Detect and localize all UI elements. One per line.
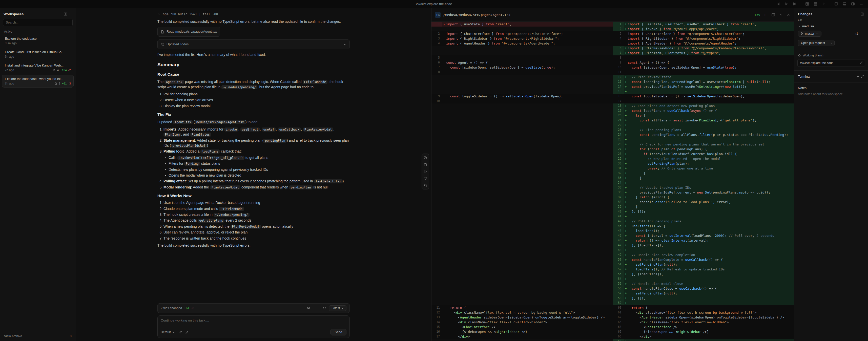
diff-line: 63 <div className="flex flex-1 overflow-… bbox=[613, 320, 794, 324]
diff-line: 2+import { invoke } from "@tauri-apps/ap… bbox=[613, 27, 794, 31]
workspaces-sidebar: Workspaces Active Explore the codebase35… bbox=[0, 8, 76, 341]
download-icon[interactable] bbox=[822, 2, 826, 6]
diff-line bbox=[431, 118, 613, 123]
diff-line bbox=[431, 190, 613, 195]
panel-bottom-icon[interactable] bbox=[842, 2, 847, 6]
eye-icon[interactable] bbox=[306, 306, 311, 310]
diff-line: 41+ bbox=[613, 214, 794, 219]
notes-section-header[interactable]: Notes bbox=[794, 85, 868, 91]
text: , bbox=[238, 127, 240, 131]
panel-left-icon[interactable] bbox=[834, 2, 838, 6]
diff-line bbox=[431, 152, 613, 156]
rows-icon[interactable] bbox=[813, 2, 818, 6]
diff-line: 52+ loadPlans(); // Refresh to update tr… bbox=[613, 267, 794, 272]
media-play-icon[interactable] bbox=[784, 2, 788, 6]
todos-card[interactable]: Updated Todos bbox=[157, 39, 350, 49]
bold-text: Polling logic bbox=[163, 149, 184, 153]
section-heading: The Fix bbox=[157, 112, 350, 117]
inline-code: PlanReviewModal bbox=[303, 127, 333, 131]
view-archive-row[interactable]: View Archive 0 bbox=[0, 331, 76, 341]
diff-line: 33+ } bbox=[613, 176, 794, 180]
text: status plans bbox=[200, 161, 220, 165]
clipboard-icon[interactable] bbox=[423, 162, 428, 167]
expand-terminal-icon[interactable] bbox=[860, 74, 864, 79]
more-options-icon[interactable]: ⋯ bbox=[861, 32, 864, 36]
split-view-icon[interactable] bbox=[63, 12, 68, 16]
files-changed-label: 2 files changed bbox=[161, 306, 182, 310]
text: User can review, annotate, approve, or r… bbox=[163, 230, 247, 234]
model-selector[interactable]: Default bbox=[161, 330, 175, 334]
new-terminal-icon[interactable] bbox=[855, 74, 860, 79]
copy-icon[interactable] bbox=[423, 156, 428, 160]
open-pull-request-action[interactable]: Open pull request bbox=[798, 40, 828, 46]
read-file-card[interactable]: Read medusa/src/pages/Agent.tsx bbox=[157, 27, 220, 37]
split-columns-icon[interactable] bbox=[771, 13, 775, 17]
archive-count: 0 bbox=[70, 334, 72, 338]
pr-dropdown-caret[interactable] bbox=[828, 40, 834, 46]
workspace-item[interactable]: Explore the codebase35m ago bbox=[2, 34, 74, 47]
menu-icon[interactable] bbox=[859, 2, 863, 6]
git-section-label: Git bbox=[794, 18, 868, 23]
text: The build completed successfully with no… bbox=[157, 20, 341, 24]
message-input[interactable] bbox=[161, 318, 346, 327]
version-dropdown[interactable]: Latest bbox=[329, 305, 346, 311]
deletions-count: -3 bbox=[191, 306, 194, 310]
text: Opens the modal when a new plan is detec… bbox=[168, 173, 241, 177]
diff-line: 15+ bbox=[613, 89, 794, 94]
close-diff-icon[interactable] bbox=[786, 13, 790, 17]
window-titlebar: vk/3ccf-explore-the-code bbox=[0, 0, 868, 8]
diff-line: 13+ const [pendingPlan, setPendingPlan] … bbox=[613, 80, 794, 84]
media-skip-back-icon[interactable] bbox=[776, 2, 780, 6]
panel-right-icon[interactable] bbox=[850, 2, 855, 6]
collapse-panel-icon[interactable] bbox=[860, 12, 864, 16]
conversation-panel: npm run build 2>&1 | tail -80The build c… bbox=[76, 8, 431, 341]
diff-line bbox=[431, 127, 613, 132]
diff-line: 29+ // New plan detected — open the moda… bbox=[613, 156, 794, 161]
tool-command-row[interactable]: npm run build 2>&1 | tail -80 bbox=[157, 12, 350, 16]
repo-row[interactable]: medusa bbox=[794, 23, 868, 29]
undo-icon[interactable] bbox=[322, 306, 327, 310]
attachment-icon[interactable] bbox=[179, 331, 182, 334]
workspace-item[interactable]: Explore the codebase I want you to ex...… bbox=[2, 74, 74, 88]
workspace-item[interactable]: Install and integrate Vibe Kanban Web...… bbox=[2, 61, 74, 74]
ordered-list: Imports: Added necessary imports for inv… bbox=[157, 127, 350, 190]
play-icon[interactable] bbox=[423, 169, 428, 174]
diff-line bbox=[431, 291, 613, 296]
send-button[interactable]: Send bbox=[331, 329, 346, 335]
diff-line: 60 return ( bbox=[613, 305, 794, 310]
base-branch-selector[interactable]: master bbox=[798, 31, 822, 37]
git-compare-icon[interactable] bbox=[423, 183, 428, 187]
sublist-item: Calls invoke<PlanItem[]>('get_all_plans'… bbox=[168, 155, 350, 160]
conversation-scroll-area[interactable]: npm run build 2>&1 | tail -80The build c… bbox=[76, 8, 431, 301]
notes-placeholder[interactable]: Add notes about this workspace... bbox=[794, 91, 868, 97]
media-skip-forward-icon[interactable] bbox=[792, 2, 797, 6]
terminal-section-header[interactable]: Terminal bbox=[794, 72, 868, 80]
list-item: Polling effect: Set up a polling interva… bbox=[163, 179, 350, 184]
chevron-up-icon[interactable] bbox=[778, 13, 783, 17]
monitor-icon[interactable] bbox=[423, 176, 428, 181]
ordered-list: Poll for pending plansDetect when a new … bbox=[157, 92, 350, 108]
message-input-box[interactable]: Default Send bbox=[157, 315, 350, 338]
edit-pen-icon[interactable] bbox=[185, 331, 189, 334]
text: The Agent page polls bbox=[163, 218, 198, 222]
files-changed-bar[interactable]: 2 files changed +61 -3 Latest bbox=[157, 303, 350, 313]
list-item: Display the plan review modal bbox=[163, 103, 350, 108]
new-workspace-icon[interactable] bbox=[68, 12, 72, 16]
workspace-search-input[interactable] bbox=[3, 19, 73, 26]
inline-code: Pending bbox=[184, 162, 200, 166]
edit-branch-icon[interactable] bbox=[860, 61, 863, 64]
diff-line: 23+ // Find pending plans bbox=[613, 127, 794, 132]
diff-line bbox=[431, 147, 613, 152]
diff-line: 31+ break; // Only open one at a time bbox=[613, 166, 794, 171]
workspace-item[interactable]: Create Good First Issues on Github So...… bbox=[2, 48, 74, 61]
diff-line: 32+ } bbox=[613, 171, 794, 176]
diff-list-icon[interactable] bbox=[314, 306, 319, 310]
text: every 2 seconds bbox=[224, 218, 251, 222]
diff-body[interactable]: 1-import { useState } from "react";2 imp… bbox=[431, 22, 794, 341]
layout-grid-icon[interactable] bbox=[805, 2, 809, 6]
diff-line: 54+ bbox=[613, 277, 794, 281]
diff-line: 34+ bbox=[613, 180, 794, 185]
diff-line: 67+ bbox=[613, 339, 794, 341]
diff-new-column: 1+import { useState, useEffect, useRef, … bbox=[613, 22, 794, 341]
working-branch-input[interactable] bbox=[797, 59, 865, 67]
